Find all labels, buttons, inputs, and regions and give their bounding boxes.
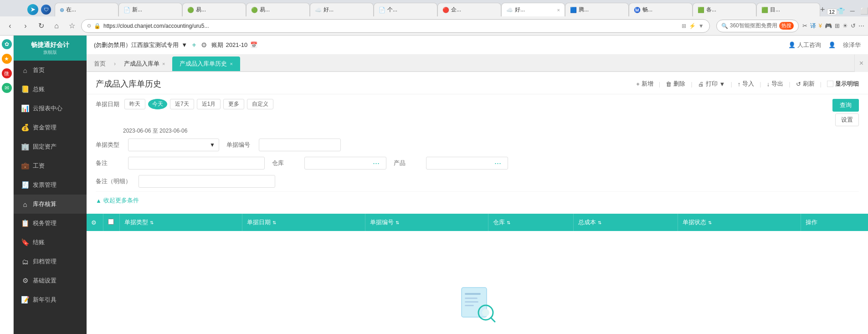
date-yesterday-btn[interactable]: 昨天 <box>124 99 145 109</box>
query-button[interactable]: 查询 <box>832 99 859 112</box>
tab-list-close[interactable]: × <box>162 61 165 67</box>
forward-button[interactable]: › <box>19 20 32 32</box>
global-close-button[interactable]: × <box>854 55 868 72</box>
col-settings[interactable]: ⚙ <box>87 214 103 231</box>
refresh-button[interactable]: ↻ <box>35 20 47 32</box>
checkbox-show-detail[interactable] <box>827 81 833 87</box>
grid-icon[interactable]: ⊞ <box>682 23 686 29</box>
settings-button[interactable]: 设置 <box>835 113 859 126</box>
sidebar-item-home[interactable]: ⌂ 首页 <box>14 61 87 80</box>
cut-icon[interactable]: ✂ <box>802 22 807 29</box>
export-button[interactable]: ↓ 导出 <box>767 80 784 88</box>
remark-detail-input[interactable] <box>139 175 275 188</box>
lightning-icon[interactable]: ⚡ <box>689 23 696 29</box>
browser-tab-11[interactable]: 🟩 各... <box>693 3 756 16</box>
period-selector[interactable]: 账期 2021-10 📅 <box>211 41 258 49</box>
search-box[interactable]: 🔍 360智能抠图免费用 热搜 <box>716 20 799 32</box>
browser-tab-4[interactable]: 🟢 易... <box>246 3 310 16</box>
browser-tab-2[interactable]: 📄 新... <box>118 3 182 16</box>
print-button[interactable]: 🖨 打印 ▼ <box>698 80 725 88</box>
browser-tab-8[interactable]: ☁️ 好... × <box>501 3 565 16</box>
address-bar[interactable]: ⊙ 🔒 https://cloud.chanjet.com/accounting… <box>81 19 710 33</box>
sidebar-item-newentry[interactable]: 📝 新年引具 <box>14 290 87 309</box>
browser-tab-7[interactable]: 🔴 企... <box>437 3 501 16</box>
browser-tab-1[interactable]: ⊕ 在... <box>55 3 118 16</box>
sidebar-item-payroll[interactable]: 💼 工资 <box>14 156 87 175</box>
sidebar-item-ledger[interactable]: 📒 总账 <box>14 80 87 99</box>
col-status[interactable]: 单据状态 ⇅ <box>678 214 801 231</box>
topbar-settings-icon[interactable]: ⚙ <box>201 41 207 49</box>
collapse-button[interactable]: ▲ 收起更多条件 <box>96 194 859 207</box>
warehouse-dots[interactable]: ··· <box>370 159 382 168</box>
select-all-checkbox[interactable] <box>108 219 114 225</box>
mail-icon[interactable]: ✉ <box>2 83 12 93</box>
bookmark-button[interactable]: ☆ <box>66 20 78 32</box>
app-launcher[interactable]: ✿ <box>2 39 12 49</box>
col-date[interactable]: 单据日期 ⇅ <box>242 214 365 231</box>
sun-icon[interactable]: ☀ <box>842 22 848 29</box>
maximize-button[interactable]: ⬜ <box>860 7 868 15</box>
col-warehouse[interactable]: 仓库 ⇅ <box>488 214 574 231</box>
col-type[interactable]: 单据类型 ⇅ <box>119 214 242 231</box>
browser-tab-10[interactable]: Ⓜ️ 畅... <box>629 3 693 16</box>
app-icon-1[interactable]: 🛡 <box>41 5 51 15</box>
home-button[interactable]: ⌂ <box>50 20 63 32</box>
col-cost[interactable]: 总成本 ⇅ <box>574 214 678 231</box>
tab-home[interactable]: 首页 <box>87 57 113 71</box>
more-icon[interactable]: ⋯ <box>858 22 864 29</box>
print-dropdown-icon[interactable]: ▼ <box>719 81 725 87</box>
date-more-btn[interactable]: 更多 <box>223 99 244 109</box>
translate-icon[interactable]: 译 <box>810 22 816 30</box>
sidebar-item-inventory[interactable]: ⌂ 库存核算 <box>14 195 87 214</box>
show-detail-toggle[interactable]: 显示明细 <box>827 80 859 88</box>
type-filter-select[interactable]: ▼ <box>128 139 219 151</box>
back-button[interactable]: ‹ <box>4 20 16 32</box>
browser-tab-5[interactable]: ☁️ 好... <box>310 3 374 16</box>
sidebar-item-tax[interactable]: 📋 税务管理 <box>14 214 87 233</box>
refresh-toolbar-button[interactable]: ↺ 刷新 <box>796 80 815 88</box>
browser-tab-3[interactable]: 🟢 易... <box>182 3 246 16</box>
star-icon[interactable]: ★ <box>2 54 12 64</box>
dropdown-arrow[interactable]: ▼ <box>699 23 704 29</box>
table-gear-icon[interactable]: ⚙ <box>91 219 97 226</box>
browser-tab-9[interactable]: 🟦 腾... <box>565 3 629 16</box>
sidebar-item-fund[interactable]: 💰 资金管理 <box>14 118 87 137</box>
sidebar-item-closing[interactable]: 🔖 结账 <box>14 233 87 252</box>
sidebar-item-asset[interactable]: 🏢 固定资产 <box>14 137 87 156</box>
sidebar-item-basic[interactable]: ⚙ 基础设置 <box>14 271 87 290</box>
app-logo[interactable]: 畅捷通好会计 旗舰版 <box>14 36 87 61</box>
tab-close-8[interactable]: × <box>557 7 560 13</box>
warehouse-filter-select[interactable]: ··· <box>304 157 386 170</box>
weibo-icon[interactable]: 微 <box>2 68 12 78</box>
sidebar-item-invoice[interactable]: 🧾 发票管理 <box>14 175 87 195</box>
import-button[interactable]: ↑ 导入 <box>738 80 755 88</box>
number-filter-input[interactable] <box>259 139 341 151</box>
company-selector[interactable]: (勿删勿禁用）江西腺宝测试专用 ▼ <box>94 41 187 49</box>
return-icon[interactable]: ↺ <box>851 22 856 29</box>
product-dots[interactable]: ··· <box>492 159 504 168</box>
delete-button[interactable]: 🗑 删除 <box>666 80 685 88</box>
user-service-link[interactable]: 👤 人工咨询 <box>788 41 821 49</box>
sidebar-item-archive[interactable]: 🗂 归档管理 <box>14 252 87 271</box>
date-1month-btn[interactable]: 近1月 <box>197 99 221 109</box>
date-7days-btn[interactable]: 近7天 <box>170 99 194 109</box>
sidebar-item-report[interactable]: 📊 云报表中心 <box>14 99 87 118</box>
browser-logo[interactable]: ➤ <box>27 4 38 15</box>
tab-list[interactable]: 产成品入库单 × <box>117 57 172 71</box>
col-number[interactable]: 单据编号 ⇅ <box>365 214 488 231</box>
date-custom-btn[interactable]: 自定义 <box>247 99 273 109</box>
url-text[interactable]: https://cloud.chanjet.com/accounting/uru… <box>103 23 679 29</box>
tab-history-close[interactable]: × <box>230 61 232 67</box>
browser-tab-6[interactable]: 📄 个... <box>374 3 437 16</box>
rmb-icon[interactable]: ¥ <box>819 22 822 29</box>
new-button[interactable]: + 新增 <box>636 80 653 88</box>
product-filter-select[interactable]: ··· <box>426 157 508 170</box>
grid2-icon[interactable]: ⊞ <box>835 22 840 29</box>
browser-tab-12[interactable]: 🟩 目... <box>756 3 820 16</box>
new-tab-button[interactable]: + <box>820 3 825 16</box>
date-today-btn[interactable]: 今天 <box>148 99 167 109</box>
tab-history[interactable]: 产成品入库单历史 × <box>172 57 240 71</box>
add-company-button[interactable]: + <box>192 41 196 49</box>
remark-filter-input[interactable] <box>128 157 265 170</box>
col-checkbox[interactable] <box>103 214 119 231</box>
